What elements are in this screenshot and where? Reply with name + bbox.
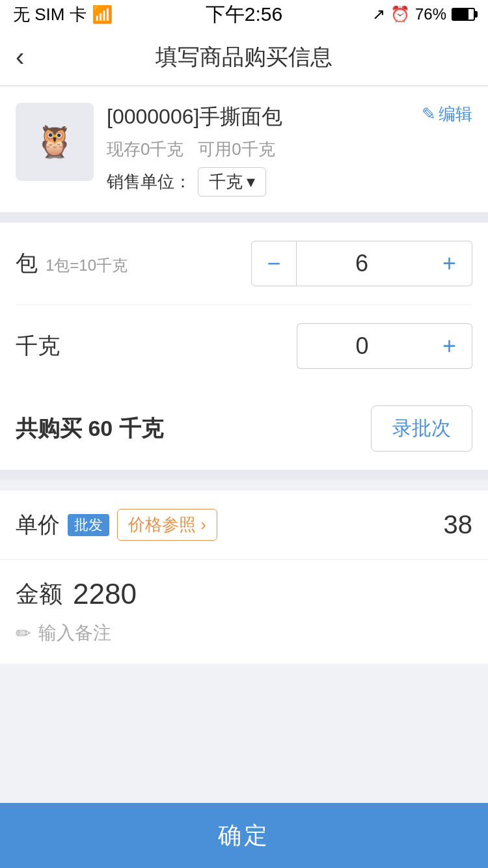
divider-2: [0, 470, 488, 480]
status-left: 无 SIM 卡 📶: [13, 3, 113, 26]
product-unit-row: 销售单位： 千克 ▾: [107, 167, 472, 197]
price-label: 单价: [16, 510, 60, 540]
edit-button[interactable]: ✎ 编辑: [422, 103, 472, 126]
page-title: 填写商品购买信息: [156, 42, 332, 72]
kg-label: 千克: [16, 331, 60, 361]
price-section: 单价 批发 价格参照 › 38: [0, 491, 488, 559]
battery-icon: [452, 8, 475, 21]
unit-label: 销售单位：: [107, 170, 191, 193]
edit-icon: ✎: [422, 104, 436, 124]
bag-label-text: 包: [16, 249, 38, 278]
confirm-label: 确定: [218, 820, 270, 852]
price-tag: 批发: [68, 514, 109, 536]
battery-level: 76%: [415, 5, 446, 23]
bag-label: 包 1包=10千克: [16, 249, 128, 278]
kg-plus-button[interactable]: +: [427, 323, 472, 369]
kg-quantity-input[interactable]: [297, 323, 427, 369]
confirm-button[interactable]: 确定: [0, 803, 488, 868]
bag-sublabel: 1包=10千克: [46, 255, 128, 276]
product-thumbnail: 🦉: [16, 103, 94, 181]
bag-quantity-input[interactable]: [297, 241, 427, 286]
product-icon: 🦉: [35, 124, 74, 160]
bag-quantity-control: − +: [251, 241, 472, 286]
amount-label: 金额: [16, 578, 62, 610]
kg-label-text: 千克: [16, 331, 60, 361]
remark-placeholder: 输入备注: [38, 621, 111, 645]
product-stock: 现存0千克 可用0千克: [107, 138, 472, 161]
remark-row[interactable]: ✏ 输入备注: [16, 621, 472, 645]
bag-input-row: 包 1包=10千克 − +: [16, 223, 472, 305]
bag-minus-button[interactable]: −: [251, 241, 297, 286]
summary-amount: 60: [88, 416, 118, 441]
price-ref-button[interactable]: 价格参照 ›: [117, 509, 217, 541]
summary-text: 共购买 60 千克: [16, 414, 163, 444]
price-ref-label: 价格参照 ›: [128, 513, 206, 536]
stock-current: 现存0千克: [107, 139, 183, 159]
divider-1: [0, 212, 488, 223]
back-button[interactable]: ‹: [16, 42, 24, 72]
status-bar: 无 SIM 卡 📶 下午2:56 ↗ ⏰ 76%: [0, 0, 488, 29]
back-icon: ‹: [16, 42, 24, 71]
product-card: 🦉 [0000006]手撕面包 ✎ 编辑 现存0千克 可用0千克 销售单位： 千…: [0, 87, 488, 212]
unit-value: 千克: [209, 170, 243, 193]
edit-label: 编辑: [439, 103, 472, 126]
price-left: 单价 批发 价格参照 ›: [16, 509, 217, 541]
pencil-icon: ✏: [16, 623, 31, 644]
product-name: [0000006]手撕面包: [107, 103, 282, 131]
location-icon: ↗: [372, 5, 385, 23]
alarm-icon: ⏰: [390, 5, 410, 23]
amount-value: 2280: [73, 578, 137, 610]
summary-prefix: 共购买: [16, 416, 82, 441]
product-info: [0000006]手撕面包 ✎ 编辑 现存0千克 可用0千克 销售单位： 千克 …: [107, 103, 472, 197]
amount-row: 金额 2280: [16, 578, 472, 610]
unit-dropdown[interactable]: 千克 ▾: [198, 167, 266, 197]
stock-available: 可用0千克: [198, 139, 275, 159]
input-section: 包 1包=10千克 − + 千克 +: [0, 223, 488, 387]
bottom-spacer: [0, 664, 488, 803]
price-value: 38: [444, 510, 473, 539]
kg-quantity-control: +: [297, 323, 472, 369]
sim-status: 无 SIM 卡: [13, 3, 87, 26]
wifi-icon: 📶: [92, 5, 113, 25]
amount-section: 金额 2280 ✏ 输入备注: [0, 559, 488, 664]
summary-section: 共购买 60 千克 录批次: [0, 387, 488, 470]
dropdown-arrow: ▾: [247, 172, 255, 192]
batch-button[interactable]: 录批次: [371, 405, 472, 452]
summary-unit: 千克: [119, 416, 163, 441]
batch-btn-label: 录批次: [392, 417, 451, 439]
status-time: 下午2:56: [206, 1, 282, 28]
bag-plus-button[interactable]: +: [427, 241, 472, 286]
status-right: ↗ ⏰ 76%: [372, 5, 475, 23]
kg-input-row: 千克 +: [16, 305, 472, 387]
nav-bar: ‹ 填写商品购买信息: [0, 29, 488, 86]
